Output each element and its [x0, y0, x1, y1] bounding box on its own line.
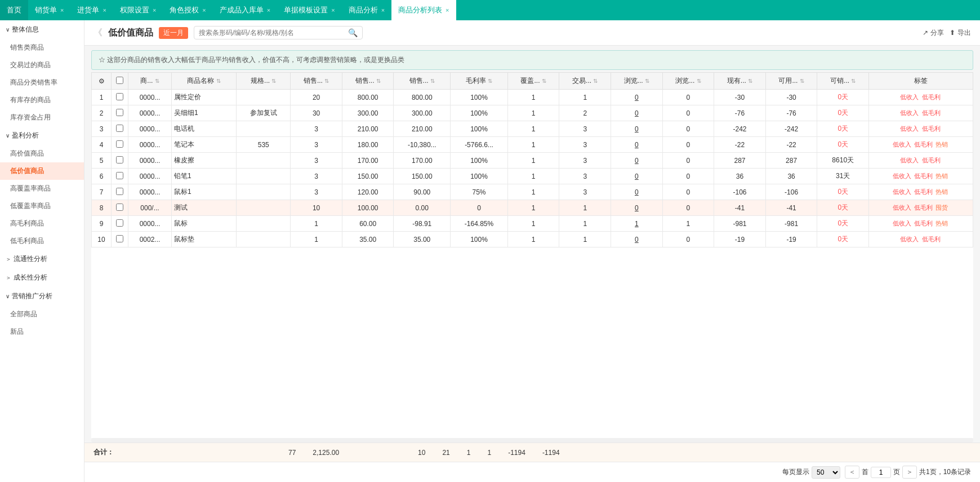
sidebar-item-new-products[interactable]: 新品	[0, 323, 84, 341]
row-checkbox[interactable]	[112, 200, 128, 216]
row-spec: 参加复试	[237, 105, 291, 121]
next-page-btn[interactable]: ＞	[902, 466, 917, 479]
sidebar-group-circulation[interactable]: ＞ 流通性分析	[0, 250, 84, 268]
table-row: 10 0002... 鼠标垫 1 35.00 35.00 100% 1 1 0 …	[92, 232, 973, 247]
export-button[interactable]: ⬆ 导出	[950, 28, 971, 38]
row-browse1[interactable]: 0	[611, 121, 663, 137]
close-icon[interactable]: ×	[103, 7, 106, 14]
first-page-btn[interactable]: ＜	[845, 466, 859, 479]
close-icon[interactable]: ×	[60, 7, 64, 14]
sidebar-group-marketing[interactable]: ∨ 营销推广分析	[0, 287, 84, 306]
nav-product-analysis[interactable]: 商品分析 ×	[342, 0, 391, 20]
row-checkbox[interactable]	[112, 169, 128, 184]
row-checkbox[interactable]	[112, 232, 128, 247]
row-available-stock: -76	[765, 105, 817, 121]
sidebar-item-category-rate[interactable]: 商品分类销售率	[0, 74, 84, 91]
footer-trade-count: 21	[442, 449, 449, 457]
row-code: 0000...	[128, 90, 172, 105]
sidebar-group-growth[interactable]: ＞ 成长性分析	[0, 268, 84, 287]
row-browse1[interactable]: 0	[611, 169, 663, 184]
per-page-label: 每页显示	[782, 467, 809, 477]
nav-sales-order[interactable]: 销货单 ×	[28, 0, 70, 20]
sidebar-item-all-products[interactable]: 全部商品	[0, 306, 84, 323]
footer-coverage: 10	[418, 449, 425, 457]
share-button[interactable]: ↗ 分享	[923, 28, 944, 38]
row-code: 000/...	[128, 200, 172, 216]
row-browse1[interactable]: 0	[611, 105, 663, 121]
sidebar-item-low-margin[interactable]: 低毛利商品	[0, 232, 84, 250]
per-page-select[interactable]: 50 100 200	[812, 466, 840, 479]
row-trade-count: 1	[559, 90, 611, 105]
sidebar-item-low-value[interactable]: 低价值商品	[0, 162, 84, 180]
row-code: 0002...	[128, 232, 172, 247]
row-available-stock: -981	[765, 216, 817, 232]
col-checkbox[interactable]	[112, 73, 128, 90]
row-sellable-days: 0天	[817, 200, 869, 216]
row-trade-count: 3	[559, 169, 611, 184]
page-number-input[interactable]	[871, 467, 891, 478]
row-checkbox[interactable]	[112, 121, 128, 137]
sidebar-item-traded-products[interactable]: 交易过的商品	[0, 56, 84, 74]
close-icon[interactable]: ×	[153, 7, 156, 14]
row-tags: 低收入 低毛利 热销	[869, 169, 973, 184]
col-code: 商... ⇅	[128, 73, 172, 90]
row-num: 8	[92, 200, 112, 216]
row-browse2: 0	[662, 105, 714, 121]
row-spec	[237, 184, 291, 200]
col-spec: 规格... ⇅	[237, 73, 291, 90]
row-browse1[interactable]: 0	[611, 184, 663, 200]
nav-permission-settings[interactable]: 权限设置 ×	[113, 0, 163, 20]
nav-purchase-order[interactable]: 进货单 ×	[70, 0, 113, 20]
sidebar-item-sales-products[interactable]: 销售类商品	[0, 39, 84, 56]
row-browse1[interactable]: 0	[611, 137, 663, 153]
horizontal-scrollbar[interactable]	[91, 438, 973, 443]
search-input[interactable]	[199, 29, 348, 37]
row-browse1[interactable]: 0	[611, 232, 663, 247]
close-icon[interactable]: ×	[446, 7, 449, 14]
close-icon[interactable]: ×	[381, 7, 385, 14]
sidebar-item-high-margin[interactable]: 高毛利商品	[0, 215, 84, 232]
close-icon[interactable]: ×	[331, 7, 335, 14]
row-trade-count: 1	[559, 216, 611, 232]
collapse-sidebar-btn[interactable]: 《	[93, 27, 103, 39]
row-checkbox[interactable]	[112, 184, 128, 200]
row-checkbox[interactable]	[112, 216, 128, 232]
col-setting[interactable]: ⚙	[92, 73, 112, 90]
search-icon[interactable]: 🔍	[348, 28, 358, 37]
row-current-stock: -981	[714, 216, 766, 232]
table-row: 1 0000... 属性定价 20 800.00 800.00 100% 1 1…	[92, 90, 973, 105]
table-row: 8 000/... 测试 10 100.00 0.00 0 1 1 0 0 -4…	[92, 200, 973, 216]
sidebar-item-stock-products[interactable]: 有库存的商品	[0, 91, 84, 109]
close-icon[interactable]: ×	[202, 7, 206, 14]
row-trade-count: 3	[559, 121, 611, 137]
row-browse1[interactable]: 1	[611, 216, 663, 232]
row-num: 1	[92, 90, 112, 105]
nav-product-inbound[interactable]: 产成品入库单 ×	[213, 0, 277, 20]
row-checkbox[interactable]	[112, 105, 128, 121]
row-browse1[interactable]: 0	[611, 200, 663, 216]
row-trade-count: 3	[559, 153, 611, 169]
row-checkbox[interactable]	[112, 137, 128, 153]
row-gross-rate: 100%	[451, 90, 508, 105]
nav-bill-template[interactable]: 单据模板设置 ×	[277, 0, 341, 20]
row-checkbox[interactable]	[112, 90, 128, 105]
sidebar-group-overall[interactable]: ∨ 整体信息	[0, 20, 84, 39]
select-all-checkbox[interactable]	[116, 77, 123, 84]
row-browse1[interactable]: 0	[611, 90, 663, 105]
row-available-stock: -41	[765, 200, 817, 216]
sidebar-item-high-coverage[interactable]: 高覆盖率商品	[0, 180, 84, 197]
sidebar-item-high-value[interactable]: 高价值商品	[0, 145, 84, 162]
time-filter-tag[interactable]: 近一月	[159, 27, 188, 39]
sidebar-item-low-coverage[interactable]: 低覆盖率商品	[0, 197, 84, 215]
row-browse1[interactable]: 0	[611, 153, 663, 169]
content-header: 《 低价值商品 近一月 🔍 ↗ 分享 ⬆ 导出	[84, 20, 980, 46]
sidebar-group-profit[interactable]: ∨ 盈利分析	[0, 126, 84, 145]
nav-role-auth[interactable]: 角色授权 ×	[163, 0, 212, 20]
sidebar-item-stock-capital[interactable]: 库存资金占用	[0, 109, 84, 126]
nav-product-analysis-list[interactable]: 商品分析列表 ×	[391, 0, 456, 20]
nav-home[interactable]: 首页	[0, 0, 28, 20]
close-icon[interactable]: ×	[267, 7, 270, 14]
row-checkbox[interactable]	[112, 153, 128, 169]
row-spec	[237, 200, 291, 216]
row-spec	[237, 90, 291, 105]
